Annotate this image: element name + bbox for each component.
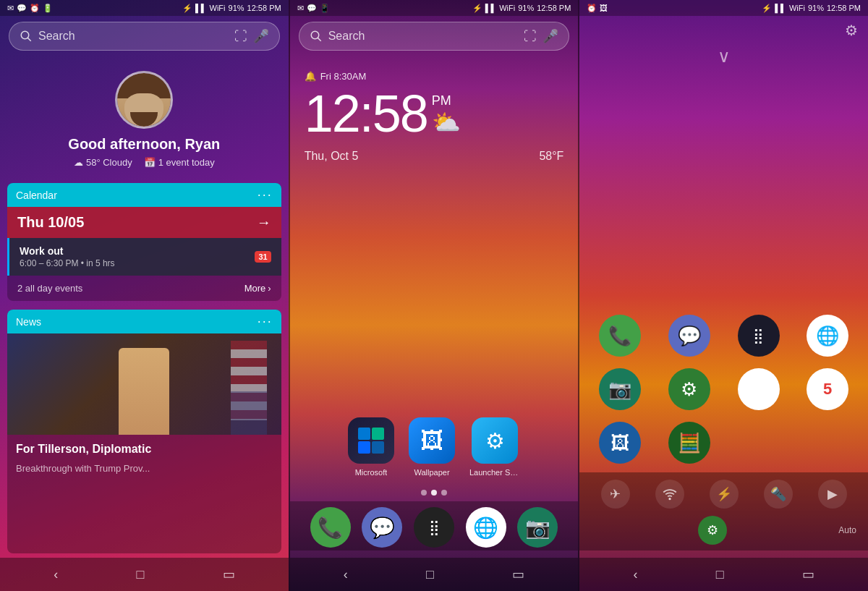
page-dot-1[interactable] bbox=[421, 490, 427, 496]
auto-settings-icon[interactable]: ⚙ bbox=[698, 516, 727, 545]
home-button-2[interactable]: □ bbox=[426, 567, 434, 582]
calendar-more-dots[interactable]: ··· bbox=[258, 187, 273, 203]
settings-gear-icon[interactable]: ⚙ bbox=[845, 22, 858, 39]
event-info: Work out 6:00 – 6:30 PM • in 5 hrs bbox=[20, 245, 247, 268]
signal-2: ▌▌ bbox=[485, 4, 497, 12]
toggle-airplane[interactable]: ✈ bbox=[591, 480, 639, 509]
page-dots bbox=[290, 484, 579, 501]
recent-button-2[interactable]: ▭ bbox=[512, 566, 524, 582]
mail-icon-2: ✉ bbox=[297, 4, 304, 13]
back-button-1[interactable]: ‹ bbox=[54, 567, 58, 582]
wifi-toggle-icon bbox=[655, 480, 684, 509]
drawer-gallery[interactable]: 🖼 bbox=[591, 422, 649, 464]
search-bar-1[interactable]: ⛶ 🎤 bbox=[9, 22, 280, 51]
home-button-3[interactable]: □ bbox=[716, 567, 724, 582]
app-launcher-settings[interactable]: ⚙ Launcher Sett... bbox=[469, 417, 520, 477]
dock-messages[interactable]: 💬 bbox=[362, 507, 402, 548]
wifi-p1: WiFi bbox=[210, 4, 226, 12]
back-button-3[interactable]: ‹ bbox=[633, 567, 637, 582]
status-bar-3: ⏰ 🖼 ⚡ ▌▌ WiFi 91% 12:58 PM bbox=[579, 0, 868, 16]
alarm-bell-icon: 🔔 bbox=[305, 71, 316, 82]
calendar-date-row[interactable]: Thu 10/05 → bbox=[7, 207, 281, 238]
toggle-bluetooth[interactable]: ⚡ bbox=[699, 480, 748, 509]
calendar-icon-small: 📅 bbox=[144, 157, 156, 168]
drawer-settings-icon: ⚙ bbox=[668, 368, 710, 410]
clock-ampm: PM bbox=[432, 93, 461, 109]
drawer-phone[interactable]: 📞 bbox=[591, 315, 649, 357]
drawer-camera[interactable]: 📷 bbox=[591, 368, 649, 410]
status-bar-2: ✉ 💬 📱 ⚡ ▌▌ WiFi 91% 12:58 PM bbox=[290, 0, 579, 16]
sms-icon-2: 💬 bbox=[307, 4, 317, 13]
nav-bar-1: ‹ □ ▭ bbox=[0, 558, 289, 591]
bluetooth-toggle-icon: ⚡ bbox=[710, 480, 739, 509]
calendar-arrow-icon[interactable]: → bbox=[257, 214, 271, 231]
app-wallpaper[interactable]: 🖼 Wallpaper bbox=[409, 417, 455, 477]
drawer-calculator[interactable]: 🧮 bbox=[660, 422, 718, 464]
toggle-flashlight[interactable]: 🔦 bbox=[754, 480, 802, 509]
event-title: Work out bbox=[20, 245, 247, 257]
dock-apps[interactable]: ⣿ bbox=[414, 507, 454, 548]
mic-icon-1[interactable]: 🎤 bbox=[253, 28, 269, 44]
wallpaper-label: Wallpaper bbox=[414, 468, 449, 477]
home-button-1[interactable]: □ bbox=[136, 567, 144, 582]
drawer-camera-icon: 📷 bbox=[599, 368, 641, 410]
apps-icon: ⣿ bbox=[414, 507, 454, 548]
news-card-header: News ··· bbox=[7, 310, 281, 333]
toggle-signal[interactable]: ▶ bbox=[808, 480, 856, 509]
wallpaper-icon: 🖼 bbox=[409, 417, 455, 464]
drawer-phone-icon: 📞 bbox=[599, 315, 641, 357]
drawer-maps[interactable]: 🗺 bbox=[730, 368, 788, 410]
recent-button-3[interactable]: ▭ bbox=[802, 566, 814, 582]
more-link[interactable]: More › bbox=[244, 283, 271, 294]
panel-homescreen: ✉ 💬 📱 ⚡ ▌▌ WiFi 91% 12:58 PM ⛶ 🎤 🔔 Fri 8… bbox=[289, 0, 580, 591]
drawer-chrome[interactable]: 🌐 bbox=[799, 315, 856, 357]
dock-chrome[interactable]: 🌐 bbox=[466, 507, 506, 548]
status-bar-2-left: ✉ 💬 📱 bbox=[297, 4, 330, 13]
weather-cloud-icon: ⛅ bbox=[432, 109, 461, 136]
search-input-2[interactable] bbox=[328, 30, 519, 43]
search-bar-2[interactable]: ⛶ 🎤 bbox=[299, 22, 570, 51]
info-row: ☁ 58° Cloudy 📅 1 event today bbox=[74, 157, 215, 168]
calendar-card-header: Calendar ··· bbox=[7, 183, 281, 207]
greeting-text: Good afternoon, Ryan bbox=[68, 136, 220, 153]
back-button-2[interactable]: ‹ bbox=[344, 567, 348, 582]
page-dot-2[interactable] bbox=[431, 490, 437, 496]
screen-icon-2: 📱 bbox=[320, 4, 330, 13]
drawer-apps-grid[interactable]: ⣿ bbox=[730, 315, 788, 357]
clock-time: 12:58 bbox=[305, 88, 427, 140]
search-input-1[interactable] bbox=[38, 30, 229, 43]
svg-point-4 bbox=[669, 498, 671, 500]
chevron-down-icon[interactable]: ∨ bbox=[718, 46, 731, 67]
lock-date: Thu, Oct 5 bbox=[305, 150, 359, 163]
drawer-settings[interactable]: ⚙ bbox=[660, 368, 718, 410]
drawer-messages[interactable]: 💬 bbox=[660, 315, 718, 357]
app-microsoft[interactable]: Microsoft bbox=[348, 417, 394, 477]
recent-button-1[interactable]: ▭ bbox=[223, 566, 235, 582]
all-day-row: 2 all day events More › bbox=[7, 276, 281, 301]
alarm-row: 🔔 Fri 8:30AM bbox=[305, 71, 564, 82]
alarm-time: Fri 8:30AM bbox=[320, 71, 367, 82]
page-dot-3[interactable] bbox=[441, 490, 447, 496]
lock-temp: 58°F bbox=[539, 150, 563, 163]
drawer-calendar[interactable]: 5 bbox=[799, 368, 856, 410]
expand-icon-1[interactable]: ⛶ bbox=[234, 29, 247, 44]
launcher-settings-icon: ⚙ bbox=[472, 417, 518, 464]
lock-time-section: 🔔 Fri 8:30AM 12:58 PM ⛅ bbox=[290, 56, 579, 147]
mic-icon-2[interactable]: 🎤 bbox=[542, 28, 558, 44]
toggle-wifi[interactable] bbox=[645, 480, 694, 509]
mail-icon: ✉ bbox=[7, 4, 14, 13]
svg-line-1 bbox=[27, 38, 31, 41]
event-row[interactable]: Work out 6:00 – 6:30 PM • in 5 hrs 31 bbox=[7, 238, 281, 276]
dock-phone[interactable]: 📞 bbox=[310, 507, 351, 548]
time-3: 12:58 PM bbox=[827, 4, 861, 12]
svg-line-3 bbox=[318, 38, 321, 41]
alarm-icon-p1: ⏰ bbox=[30, 4, 40, 13]
expand-icon-2[interactable]: ⛶ bbox=[524, 29, 537, 44]
airplane-icon: ✈ bbox=[601, 480, 630, 509]
news-more-dots[interactable]: ··· bbox=[258, 314, 273, 329]
news-subtitle: Breakthrough with Trump Prov... bbox=[7, 463, 281, 480]
dock-camera[interactable]: 📷 bbox=[517, 507, 558, 548]
drawer-calendar-icon: 5 bbox=[807, 368, 848, 410]
flashlight-icon: 🔦 bbox=[764, 480, 793, 509]
profile-section: Good afternoon, Ryan ☁ 58° Cloudy 📅 1 ev… bbox=[0, 56, 289, 179]
